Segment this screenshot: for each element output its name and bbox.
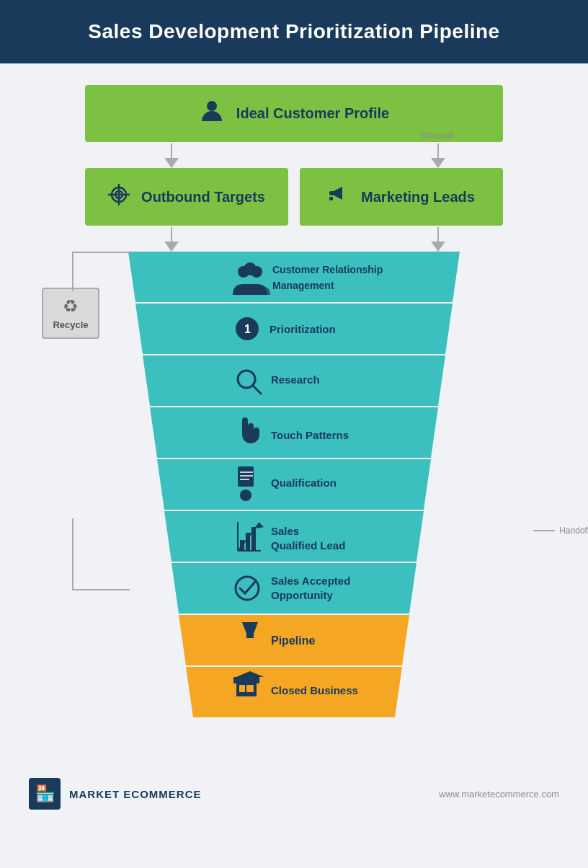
svg-rect-49 — [239, 685, 245, 692]
store-logo-icon: 🏪 — [35, 784, 55, 803]
footer-logo: 🏪 — [29, 778, 61, 810]
svg-rect-50 — [246, 685, 254, 692]
svg-marker-12 — [172, 563, 416, 614]
svg-text:Touch Patterns: Touch Patterns — [271, 429, 349, 441]
svg-point-0 — [207, 101, 217, 111]
svg-text:Sales Accepted: Sales Accepted — [271, 575, 350, 587]
svg-marker-6 — [128, 252, 460, 302]
svg-text:Management: Management — [272, 280, 334, 291]
main-content: Ideal Customer Profile Inbound — [0, 63, 588, 756]
svg-rect-46 — [246, 634, 254, 638]
svg-point-28 — [240, 490, 251, 501]
svg-text:Research: Research — [271, 373, 320, 386]
svg-rect-51 — [233, 677, 259, 683]
funnel-svg: Customer Relationship Management 1 Prior… — [85, 252, 503, 742]
recycle-box: ♻ Recycle — [42, 288, 99, 339]
recycle-icon: ♻ — [63, 296, 79, 316]
target-icon — [108, 184, 130, 211]
svg-rect-5 — [329, 197, 333, 200]
svg-text:Closed Business: Closed Business — [271, 684, 358, 696]
svg-rect-27 — [238, 466, 254, 487]
outbound-box: Outbound Targets — [85, 168, 288, 226]
page-title: Sales Development Prioritization Pipelin… — [29, 20, 559, 43]
svg-point-17 — [244, 262, 257, 275]
header: Sales Development Prioritization Pipelin… — [0, 0, 588, 63]
person-icon — [199, 98, 225, 129]
svg-text:1: 1 — [244, 323, 251, 335]
icp-label: Ideal Customer Profile — [236, 105, 389, 122]
marketing-label: Marketing Leads — [361, 189, 475, 205]
svg-text:Qualified Lead: Qualified Lead — [271, 539, 345, 552]
footer: 🏪 MARKET ECOMMERCE www.marketecommerce.c… — [0, 763, 588, 817]
megaphone-icon — [328, 184, 349, 211]
funnel-wrapper: ♻ Recycle Handoff — [56, 252, 532, 742]
svg-text:Pipeline: Pipeline — [271, 634, 315, 647]
inbound-label: Inbound — [422, 130, 453, 141]
page-wrapper: Sales Development Prioritization Pipelin… — [0, 0, 588, 838]
handoff-label: Handoff — [559, 526, 588, 536]
svg-text:Customer Relationship: Customer Relationship — [272, 264, 383, 275]
svg-text:Prioritization: Prioritization — [270, 323, 336, 335]
two-boxes-row: Outbound Targets Marketing Leads — [85, 168, 503, 226]
svg-text:Opportunity: Opportunity — [271, 589, 333, 601]
svg-text:Qualification: Qualification — [271, 477, 337, 489]
footer-url: www.marketecommerce.com — [439, 789, 559, 800]
brand-name: MARKET ECOMMERCE — [69, 788, 202, 800]
footer-brand: 🏪 MARKET ECOMMERCE — [29, 778, 202, 810]
marketing-box: Marketing Leads — [300, 168, 503, 226]
recycle-label: Recycle — [53, 319, 88, 330]
svg-text:Sales: Sales — [271, 525, 299, 537]
outbound-label: Outbound Targets — [141, 189, 265, 205]
